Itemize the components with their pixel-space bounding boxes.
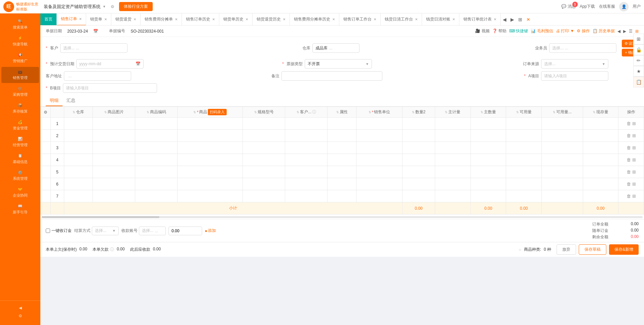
sidebar-item-marketing[interactable]: 📢 营销推广 [1,50,39,66]
row1-code[interactable] [135,118,178,130]
row1-unit[interactable] [356,118,402,130]
th-qty2[interactable]: ⇅数量2 [402,107,435,118]
tab-close-icon[interactable]: ✕ [494,17,496,21]
app-download-link[interactable]: App下载 [580,4,595,9]
add-payment-btn[interactable]: ● 添加 [205,228,216,234]
system-arrow-icon[interactable]: ▼ [103,5,106,8]
b-project-input[interactable]: 请输入B项目 [63,83,157,93]
amount-input[interactable] [168,227,202,235]
copy-icon[interactable]: ⊞ [632,145,636,150]
row1-img[interactable] [93,118,135,130]
sidebar-item-enterprise[interactable]: 🤝 企业协同 [1,185,39,201]
row1-attribute[interactable] [328,118,356,130]
th-warehouse[interactable]: ⇅仓库 [64,107,93,118]
sidebar-item-search[interactable]: 🔍 搜索菜单 [1,16,39,33]
th-main-unit[interactable]: ⇅主计量 [435,107,470,118]
delete-icon[interactable]: 🗑 [627,194,631,199]
online-service-link[interactable]: 在线客服 [599,4,615,9]
tab-reconcile[interactable]: 钱货日清对账 ✕ [422,13,459,26]
user-avatar[interactable]: 👤 [619,2,629,11]
quick-settle-checkbox[interactable]: 一键收订金 [46,228,72,234]
tab-close-icon[interactable]: ✕ [452,17,455,21]
tab-close-icon[interactable]: ✕ [79,17,82,21]
invoice-type-select[interactable]: 不开票 ▼ [305,59,372,69]
table-scrollbar[interactable] [40,214,644,219]
th-attribute[interactable]: ⇅属性 [328,107,356,118]
tab-return-history[interactable]: 销货退货历史 ✕ [253,13,290,26]
right-panel-btn-4[interactable]: ★ [633,66,644,77]
salesperson-input[interactable]: 选择... ... [549,43,616,53]
th-main-qty[interactable]: ⇅主数量 [470,107,506,118]
th-unit[interactable]: ⇅ * 销售单位 [356,107,402,118]
sidebar-item-inventory[interactable]: 📦 库存核算 [1,100,39,117]
date-picker-icon[interactable]: 📅 [136,62,141,66]
calendar-icon[interactable]: 📅 [93,29,98,34]
warehouse-input[interactable]: 成品库 ... [312,43,359,53]
sidebar-item-purchase[interactable]: 🛒 采购管理 [1,84,39,100]
tab-order-history[interactable]: 销售订单历史 ✕ [182,13,219,26]
tab-daily-workbench[interactable]: 钱货日清工作台 ✕ [381,13,422,26]
tab-fee-history[interactable]: 销售费用分摊单历史 ✕ [290,13,339,26]
customer-input[interactable]: 选择... ... [60,43,127,53]
grid-view-icon[interactable]: ⊞ [635,29,639,34]
tab-menu-icon[interactable]: ⊞ [516,17,524,22]
row1-warehouse[interactable] [64,118,93,130]
solution-button[interactable]: 体验行业方案 [119,2,153,11]
tab-home[interactable]: 首页 [40,13,57,26]
tab-prev-icon[interactable]: ◀ [501,17,508,22]
tab-close-icon[interactable]: ✕ [415,17,418,21]
view-video-btn[interactable]: 🎥 视频 [475,28,489,34]
tab-next-icon[interactable]: ▶ [508,17,516,22]
th-available[interactable]: ⇅可用量 [506,107,542,118]
sidebar-settings-btn[interactable]: ⚙ [0,312,40,320]
account-select[interactable]: 选择... ... [139,227,166,235]
sidebar-item-basic-info[interactable]: 📋 基础信息 [1,151,39,167]
sidebar-item-system[interactable]: ⚙️ 系统管理 [1,168,39,184]
sidebar-item-operations[interactable]: 📊 经营管理 [1,134,39,150]
sidebar-collapse-button[interactable]: ◀ [0,303,40,312]
tab-close-icon[interactable]: ✕ [332,17,335,21]
th-product-code[interactable]: ⇅商品编码 [135,107,178,118]
copy-icon[interactable]: ⊞ [632,169,636,174]
right-panel-btn-2[interactable]: 🔒 [633,44,644,55]
customer-address-input[interactable]: ... [64,71,131,81]
row1-spec[interactable] [243,118,285,130]
tab-stats[interactable]: 销售订单统计表 ✕ [459,13,501,26]
gear-icon[interactable]: ⚙ [111,4,114,9]
row1-copy-icon[interactable]: ⊞ [632,121,636,126]
delete-icon[interactable]: 🗑 [627,133,631,138]
copy-icon[interactable]: ⊞ [632,133,636,138]
prev-record-icon[interactable]: ◀ [617,29,620,34]
print-btn[interactable]: 🖨 打印 ▼ [556,28,574,34]
tab-close-icon[interactable]: ✕ [134,17,136,21]
th-stock[interactable]: ⇅现存量 [583,107,618,118]
notification-area[interactable]: 💬 消息 9 [561,4,575,9]
tab-close-icon[interactable]: ✕ [104,17,107,21]
delete-icon[interactable]: 🗑 [627,169,631,174]
discard-button[interactable]: 放弃 [557,244,576,255]
right-panel-btn-1[interactable]: ⊞ [633,34,644,44]
row1-main-qty[interactable] [470,118,506,130]
tab-close-all-icon[interactable]: ✕ [524,17,532,22]
a-project-input[interactable]: 请输入A项目 [541,71,608,81]
tab-workbench[interactable]: 销售订单工作台 ✕ [339,13,381,26]
next-record-icon[interactable]: ▶ [623,29,626,34]
row1-available2[interactable] [542,118,583,130]
tab-summary[interactable]: 汇总 [63,95,79,106]
sidebar-item-guide[interactable]: 📖 新手引导 [1,201,39,217]
tab-detail[interactable]: 明细 [46,95,63,106]
tab-sales-goods[interactable]: 销货单 ✕ [86,13,111,26]
date-value[interactable]: 2023-03-24 [67,29,88,34]
th-spec[interactable]: ⇅规格型号 [243,107,285,118]
row1-delete-icon[interactable]: 🗑 [627,121,631,126]
th-product-name[interactable]: ⇅ * 商品 扫码录入 [178,107,243,118]
delete-icon[interactable]: 🗑 [627,157,631,162]
th-customer-code[interactable]: ⇅客户...ⓘ [285,107,328,118]
row1-qty2[interactable] [402,118,435,130]
tab-close-icon[interactable]: ✕ [283,17,286,21]
scan-input-badge[interactable]: 扫码录入 [208,109,227,115]
remark-input[interactable] [281,71,382,81]
shortcut-btn[interactable]: ⌨ 快捷键 [509,28,528,34]
right-panel-btn-5[interactable]: 📋 [633,77,644,87]
order-source-input[interactable]: 选择... ▼ [541,59,608,69]
